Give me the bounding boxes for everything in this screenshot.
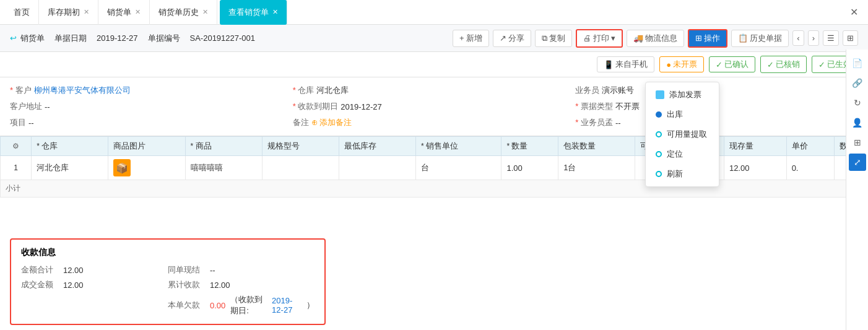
available-extract-icon bbox=[656, 131, 662, 137]
print-button[interactable]: 🖨 打印 ▾ bbox=[576, 29, 623, 48]
operation-button[interactable]: ⊞ 操作 bbox=[688, 29, 727, 48]
same-order-label: 同单现结 bbox=[168, 264, 205, 276]
tab-inventory-init[interactable]: 库存期初 ✕ bbox=[39, 0, 98, 25]
due-date-field: 收款到期日 2019-12-27 bbox=[293, 101, 576, 112]
history-button[interactable]: 📋 历史单据 bbox=[731, 30, 789, 47]
product-image-icon: 📦 bbox=[116, 162, 128, 174]
locate-icon bbox=[656, 151, 662, 157]
warehouse-label: 仓库 bbox=[293, 85, 315, 96]
row-warehouse: 河北仓库 bbox=[32, 156, 108, 180]
tab-bar: 首页 库存期初 ✕ 销货单 ✕ 销货单历史 ✕ 查看销货单 ✕ ✕ bbox=[0, 0, 868, 25]
new-button[interactable]: + 新增 bbox=[453, 30, 489, 47]
warehouse-value: 河北仓库 bbox=[316, 85, 349, 96]
table-row: 1 河北仓库 📦 嘻嘻嘻嘻 台 1.00 1台 bbox=[1, 156, 868, 180]
history-icon: 📋 bbox=[738, 33, 748, 43]
balance-date: 2019-12-27 bbox=[272, 296, 302, 315]
col-pkg-qty: 包装数量 bbox=[558, 137, 635, 156]
row-pkg-qty: 1台 bbox=[558, 156, 635, 180]
tab-view-sales[interactable]: 查看销货单 ✕ bbox=[220, 0, 287, 25]
print-dropdown-icon: ▾ bbox=[611, 33, 615, 43]
confirm-button[interactable]: ✓ 已确认 bbox=[709, 56, 755, 72]
not-open-button[interactable]: ● 未开票 bbox=[659, 56, 704, 72]
confirm-icon: ✓ bbox=[716, 60, 723, 69]
salesperson2-label: 业务员孟 bbox=[575, 117, 613, 128]
add-invoice-icon bbox=[656, 90, 664, 99]
total-label: 金额合计 bbox=[21, 264, 58, 276]
share-button[interactable]: ↗ 分享 bbox=[493, 30, 531, 47]
tab-view-close-icon[interactable]: ✕ bbox=[272, 8, 278, 16]
copy-button-label: 复制 bbox=[549, 33, 565, 44]
subtotal-label: 小计 bbox=[1, 180, 868, 198]
tab-sales-order[interactable]: 销货单 ✕ bbox=[98, 0, 150, 25]
already-voided-badge[interactable]: ✓ 已核销 bbox=[760, 56, 807, 73]
row-min-stock bbox=[339, 156, 415, 180]
tab-sales-history[interactable]: 销货单历史 ✕ bbox=[150, 0, 217, 25]
print-icon: 🖨 bbox=[583, 33, 591, 43]
effective-icon: ✓ bbox=[818, 60, 825, 69]
ticket-icon: ● bbox=[666, 60, 671, 69]
tab-home[interactable]: 首页 bbox=[5, 0, 39, 25]
balance-value: 0.00 bbox=[210, 301, 225, 310]
right-sidebar: 📄 🔗 ↻ 👤 ⊞ ⤢ bbox=[846, 50, 868, 330]
doc-title-icon: ↩ bbox=[10, 33, 17, 43]
payment-grid: 金额合计 12.00 同单现结 -- 成交金额 12.00 累计收款 12.00 bbox=[21, 264, 315, 316]
due-date-label: 收款到期日 bbox=[293, 101, 339, 112]
locate-label: 定位 bbox=[667, 149, 683, 160]
doc-date-label: 单据日期 bbox=[54, 33, 87, 44]
add-remark-button[interactable]: ⊕ 添加备注 bbox=[311, 117, 352, 128]
tab-history-close-icon[interactable]: ✕ bbox=[202, 8, 208, 16]
doc-number-value: SA-20191227-001 bbox=[190, 33, 256, 43]
copy-button[interactable]: ⧉ 复制 bbox=[535, 30, 572, 47]
nav-next-button[interactable]: › bbox=[808, 30, 819, 46]
voided-label: 已核销 bbox=[776, 59, 800, 70]
ship-out-item[interactable]: 出库 bbox=[646, 105, 719, 124]
transaction-row: 成交金额 12.00 bbox=[21, 279, 168, 290]
sidebar-rotate-icon[interactable]: ↻ bbox=[849, 94, 866, 111]
share-button-label: 分享 bbox=[508, 33, 524, 44]
ship-out-label: 出库 bbox=[667, 109, 683, 120]
operation-icon: ⊞ bbox=[695, 33, 702, 43]
cumulative-row: 累计收款 12.00 bbox=[168, 279, 315, 290]
same-order-value: -- bbox=[210, 266, 215, 275]
salesperson2-value: -- bbox=[615, 118, 621, 128]
tab-inventory-close-icon[interactable]: ✕ bbox=[84, 8, 89, 16]
remark-label: 备注 bbox=[293, 117, 309, 128]
balance-label: 本单欠款 bbox=[168, 300, 205, 311]
col-settings[interactable]: ⚙ bbox=[1, 137, 32, 156]
address-value: -- bbox=[45, 102, 50, 111]
view-list-button[interactable]: ☰ bbox=[823, 30, 839, 46]
logistics-icon: 🚚 bbox=[633, 33, 643, 43]
copy-icon: ⧉ bbox=[542, 33, 547, 43]
row-price: 0. bbox=[786, 156, 834, 180]
payment-info-box: 收款信息 金额合计 12.00 同单现结 -- 成交金额 12.00 累计收款 … bbox=[10, 238, 326, 325]
sidebar-user-icon[interactable]: 👤 bbox=[849, 114, 866, 131]
view-grid-button[interactable]: ⊞ bbox=[843, 30, 858, 46]
form-section: 客户 柳州粤港平安气体有限公司 仓库 河北仓库 业务员 演示账号 客户地址 --… bbox=[0, 77, 868, 136]
add-invoice-item[interactable]: 添加发票 bbox=[646, 85, 719, 105]
logistics-button-label: 物流信息 bbox=[645, 33, 677, 44]
refresh-item[interactable]: 刷新 bbox=[646, 164, 719, 184]
window-close-button[interactable]: ✕ bbox=[845, 6, 863, 18]
due-date-value: 2019-12-27 bbox=[341, 102, 382, 111]
tab-sales-close-icon[interactable]: ✕ bbox=[135, 8, 141, 16]
new-button-label: + 新增 bbox=[459, 33, 482, 44]
locate-item[interactable]: 定位 bbox=[646, 144, 719, 164]
doc-meta: 单据日期 2019-12-27 单据编号 SA-20191227-001 bbox=[54, 33, 255, 44]
nav-prev-button[interactable]: ‹ bbox=[792, 30, 804, 46]
sidebar-file-icon[interactable]: 📄 bbox=[849, 54, 866, 72]
total-value: 12.00 bbox=[63, 266, 84, 275]
sidebar-table-icon[interactable]: ⊞ bbox=[849, 134, 866, 151]
doc-date-value: 2019-12-27 bbox=[97, 33, 138, 43]
mobile-icon: 📱 bbox=[604, 60, 614, 69]
sidebar-expand-icon[interactable]: ⤢ bbox=[849, 154, 866, 171]
refresh-label: 刷新 bbox=[667, 168, 683, 180]
address-label: 客户地址 bbox=[10, 101, 42, 112]
available-extract-item[interactable]: 可用量提取 bbox=[646, 124, 719, 144]
tab-home-label: 首页 bbox=[14, 7, 30, 18]
sidebar-link-icon[interactable]: 🔗 bbox=[849, 74, 866, 92]
col-warehouse: * 仓库 bbox=[32, 137, 108, 156]
customer-value[interactable]: 柳州粤港平安气体有限公司 bbox=[34, 85, 131, 96]
logistics-button[interactable]: 🚚 物流信息 bbox=[627, 30, 684, 47]
from-mobile-button[interactable]: 📱 来自手机 bbox=[597, 56, 654, 72]
address-field: 客户地址 -- bbox=[10, 101, 293, 112]
